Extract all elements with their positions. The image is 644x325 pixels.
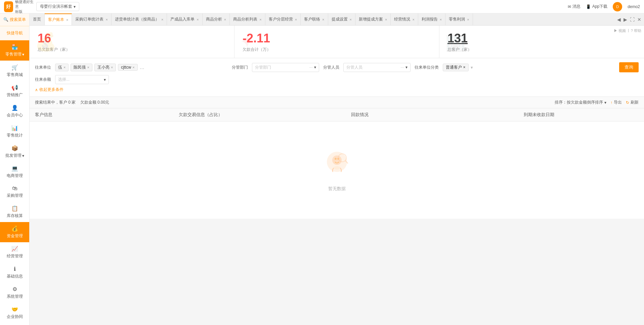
dept-placeholder: 分管部门	[255, 65, 307, 70]
tab-close-purchase-order[interactable]: ×	[105, 17, 108, 22]
classify-tag-close[interactable]: ×	[463, 65, 466, 70]
video-help-btn[interactable]: ▶ 视频	[614, 28, 626, 33]
customer-capital-tab-label: 客户账本	[48, 17, 64, 23]
tab-improve-settings[interactable]: 提成设置 ×	[328, 13, 355, 26]
mall-icon: 🛒	[11, 64, 18, 71]
collapse-btn[interactable]: ∧ 收起更多条件	[35, 87, 639, 93]
sidebar-item-purchase[interactable]: 🛍 采购管理	[0, 182, 29, 202]
tab-close-ops[interactable]: ×	[412, 17, 414, 22]
balance-filter-select[interactable]: 选择... ▾	[55, 75, 109, 84]
tab-close-analysis-list[interactable]: ×	[259, 17, 261, 22]
tab-customer-tier[interactable]: 客户分层经营 ×	[265, 13, 301, 26]
unit-tag-1-close[interactable]: ×	[63, 65, 66, 69]
tab-close-improve[interactable]: ×	[350, 17, 352, 22]
sidebar-item-system[interactable]: ⚙ 系统管理	[0, 283, 29, 303]
sidebar-item-wholesale-mgmt[interactable]: 📦 批发管理 ▾	[0, 142, 29, 162]
dept-filter-select[interactable]: 分管部门 ··· ▾	[252, 63, 319, 72]
tab-close-profit[interactable]: ×	[440, 17, 442, 22]
tab-new-plan[interactable]: 新增提成方案 ×	[355, 13, 391, 26]
sidebar-item-inventory[interactable]: 📋 库存核算	[0, 202, 29, 222]
tab-incoming-stats[interactable]: 进货单统计表（按商品） ×	[112, 13, 167, 26]
content-area: 首页 客户账本 × 采购订单统计表 × 进货单统计表（按商品） × 产成品入库单…	[30, 13, 644, 325]
sidebar-item-retail-mgmt[interactable]: 🏪 零售管理 ▾	[0, 40, 29, 61]
tab-bar: 首页 客户账本 × 采购订单统计表 × 进货单统计表（按商品） × 产成品入库单…	[30, 13, 644, 26]
sidebar-item-enterprise-coop[interactable]: 🤝 企业协同	[0, 303, 29, 323]
search-button[interactable]: 查询	[619, 62, 639, 72]
app-download-btn[interactable]: 📱 App下载	[586, 4, 607, 9]
tab-close-plan[interactable]: ×	[385, 17, 387, 22]
col-header-customer: 客户信息	[35, 112, 179, 118]
sidebar: 🔍 搜索菜单 快捷导航 🏪 零售管理 ▾ 🛒 零售商城 📢 营销推广 👤	[0, 13, 30, 325]
tab-close-storage[interactable]: ×	[197, 17, 199, 22]
balance-filter-label: 往来余额	[35, 77, 51, 82]
person-chevron-icon: ▾	[405, 65, 407, 70]
filter-row-1: 往来单位 伍 × 陈民强 × 王小亮 ×	[35, 62, 639, 72]
stat-card-total-customers: ▶ 视频 | ? 帮助 🏢 131 总客户（家）	[439, 26, 644, 58]
home-tab-label: 首页	[33, 16, 41, 22]
sidebar-nav-item[interactable]: 快捷导航	[0, 28, 29, 38]
tab-product-analysis-list[interactable]: 商品分析列表 ×	[230, 13, 265, 26]
unit-tag-2-close[interactable]: ×	[87, 65, 89, 69]
arrow-icon: ▾	[22, 52, 24, 57]
unit-tag-2: 陈民强 ×	[71, 64, 92, 71]
tab-close-retail-profit[interactable]: ×	[467, 17, 469, 22]
phone-icon: 📱	[586, 4, 591, 9]
unit-tag-more-btn[interactable]: …	[140, 65, 144, 70]
message-icon: ✉	[568, 4, 571, 9]
result-actions: 排序：按欠款金额倒序排序 ▾ ↑ 导出 ↻ 刷新	[555, 100, 639, 105]
tab-ops-situation[interactable]: 经营情况 ×	[391, 13, 418, 26]
wholesale-icon: 📦	[11, 145, 18, 151]
svg-point-4	[334, 166, 340, 170]
tab-retail-profit[interactable]: 零售利润 ×	[445, 13, 473, 26]
sidebar-item-new-guide[interactable]: 🆕 新手引导	[0, 323, 29, 325]
svg-point-2	[335, 158, 337, 160]
tab-home[interactable]: 首页	[30, 13, 45, 26]
unit-tag-3-close[interactable]: ×	[111, 65, 113, 69]
sidebar-item-member-center[interactable]: 👤 会员中心	[0, 101, 29, 121]
tab-maximize-btn[interactable]: ⛶	[629, 16, 635, 23]
sidebar-search-btn[interactable]: 🔍 搜索菜单	[0, 13, 29, 26]
debt-amount-label: 欠款合计（万）	[243, 47, 431, 52]
person-filter-select[interactable]: 分管人员 ··· ▾	[343, 63, 411, 72]
tab-customer-contact[interactable]: 客户联络 ×	[301, 13, 328, 26]
sidebar-item-basic-info[interactable]: ℹ 基础信息	[0, 262, 29, 283]
sidebar-item-ops-mgmt[interactable]: 📈 经营管理	[0, 242, 29, 262]
tab-close-customer-capital[interactable]: ×	[66, 18, 68, 22]
person-placeholder: 分管人员	[346, 65, 398, 70]
sidebar-item-ecommerce[interactable]: 💻 电商管理	[0, 162, 29, 182]
tab-customer-capital[interactable]: 客户账本 ×	[45, 13, 72, 26]
coop-icon: 🤝	[11, 306, 18, 313]
export-btn[interactable]: ↑ 导出	[610, 100, 622, 105]
sidebar-item-retail-mall[interactable]: 🛒 零售商城	[0, 61, 29, 81]
message-btn[interactable]: ✉ 消息	[568, 4, 581, 9]
tab-next-btn[interactable]: ▶	[623, 16, 628, 23]
tab-prev-btn[interactable]: ◀	[616, 16, 621, 23]
tab-purchase-order-stats[interactable]: 采购订单统计表 ×	[72, 13, 111, 26]
tab-profit-report[interactable]: 利润报告 ×	[418, 13, 445, 26]
basic-info-icon: ℹ	[14, 266, 16, 272]
refresh-btn[interactable]: ↻ 刷新	[626, 100, 639, 105]
tab-close-all-btn[interactable]: ✕	[637, 16, 642, 23]
user-avatar[interactable]: D	[613, 2, 622, 11]
tab-product-storage[interactable]: 产成品入库单 ×	[167, 13, 202, 26]
sidebar-item-marketing[interactable]: 📢 营销推广	[0, 81, 29, 101]
sort-select[interactable]: 排序：按欠款金额倒序排序 ▾	[555, 100, 606, 105]
retail-icon: 🏪	[11, 44, 18, 50]
text-help-btn[interactable]: ? 帮助	[631, 28, 641, 33]
sidebar-search-label: 搜索菜单	[10, 17, 26, 22]
tab-close-contact[interactable]: ×	[322, 17, 324, 22]
unit-tag-3: 王小亮 ×	[94, 64, 116, 71]
classify-tag: 普通客户 ×	[443, 64, 469, 71]
chevron-down-icon: ▾	[74, 4, 76, 9]
tab-close-analysis[interactable]: ×	[224, 17, 226, 22]
sidebar-item-retail-stats[interactable]: 📊 零售统计	[0, 121, 29, 142]
total-customers-value[interactable]: 131	[447, 31, 636, 45]
unit-tag-4-close[interactable]: ×	[132, 65, 134, 69]
tab-close-tier[interactable]: ×	[295, 17, 297, 22]
system-icon: ⚙	[12, 286, 17, 292]
sidebar-quick-nav[interactable]: 快捷导航	[0, 26, 29, 40]
store-selector[interactable]: 母婴行业演示帐套 ▾	[36, 2, 79, 11]
tab-close-incoming[interactable]: ×	[161, 17, 163, 22]
tab-product-analysis[interactable]: 商品分析 ×	[203, 13, 230, 26]
sidebar-item-finance[interactable]: 💰 资金管理	[0, 222, 29, 242]
